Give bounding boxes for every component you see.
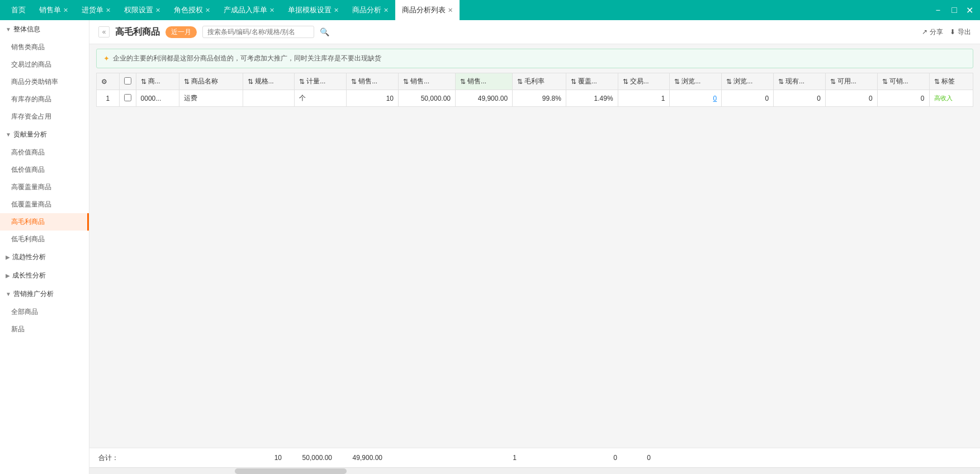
horizontal-scrollbar[interactable] bbox=[89, 467, 980, 474]
sidebar-section-growth[interactable]: ▶ 成长性分析 bbox=[0, 266, 89, 285]
sidebar-item-high-coverage[interactable]: 高覆盖量商品 bbox=[0, 179, 89, 196]
nav-sales[interactable]: 销售单 ✕ bbox=[32, 0, 75, 20]
sidebar: ▼ 整体信息 销售类商品 交易过的商品 商品分类助销率 有库存的商品 库存资金占… bbox=[0, 20, 89, 474]
page-title: 高毛利商品 bbox=[115, 26, 160, 38]
col-views1[interactable]: ⇅ 浏览... bbox=[670, 73, 722, 90]
nav-product-analysis[interactable]: 商品分析 ✕ bbox=[345, 0, 395, 20]
nav-home[interactable]: 首页 bbox=[4, 0, 32, 20]
nav-purchase[interactable]: 进货单 ✕ bbox=[75, 0, 117, 20]
col-unit[interactable]: ⇅ 计量... bbox=[295, 73, 347, 90]
sidebar-item-low-coverage[interactable]: 低覆盖量商品 bbox=[0, 196, 89, 213]
search-icon[interactable]: 🔍 bbox=[320, 27, 329, 36]
nav-product-analysis-list[interactable]: 商品分析列表 ✕ bbox=[395, 0, 460, 20]
share-button[interactable]: ↗ 分享 bbox=[922, 27, 943, 37]
content-header: « 高毛利商品 近一月 🔍 ↗ 分享 ⬇ 导出 bbox=[89, 20, 980, 44]
nav-permissions-close[interactable]: ✕ bbox=[155, 7, 160, 14]
nav-sales-label: 销售单 bbox=[39, 5, 61, 15]
col-gross-margin[interactable]: ⇅ 毛利率 bbox=[513, 73, 566, 90]
col-settings[interactable]: ⚙ bbox=[97, 73, 120, 90]
sidebar-item-traded-goods[interactable]: 交易过的商品 bbox=[0, 56, 89, 73]
data-table: ⚙ ⇅ 商... ⇅ bbox=[96, 73, 973, 107]
footer-sales-cost: 49,900.00 bbox=[337, 453, 387, 463]
search-input[interactable] bbox=[202, 26, 314, 38]
col-spec[interactable]: ⇅ 规格... bbox=[243, 73, 295, 90]
nav-product-analysis-close[interactable]: ✕ bbox=[384, 7, 389, 14]
col-views2-sort: ⇅ bbox=[726, 78, 732, 86]
nav-template-label: 单据模板设置 bbox=[288, 5, 332, 15]
sidebar-item-low-margin[interactable]: 低毛利商品 bbox=[0, 231, 89, 248]
header-actions: ↗ 分享 ⬇ 导出 bbox=[922, 27, 971, 37]
window-minimize[interactable]: － bbox=[931, 4, 945, 16]
nav-purchase-close[interactable]: ✕ bbox=[106, 7, 111, 14]
sidebar-item-in-stock-goods[interactable]: 有库存的商品 bbox=[0, 91, 89, 108]
sidebar-item-new-products[interactable]: 新品 bbox=[0, 321, 89, 338]
col-saleable-stock[interactable]: ⇅ 可销... bbox=[877, 73, 929, 90]
footer-transactions: 1 bbox=[487, 453, 521, 463]
share-label: 分享 bbox=[930, 27, 943, 37]
col-sales-amount-sort: ⇅ bbox=[403, 78, 409, 86]
col-sales-qty[interactable]: ⇅ 销售... bbox=[347, 73, 399, 90]
cell-sales-cost: 49,900.00 bbox=[456, 90, 513, 107]
horizontal-scrollbar-thumb[interactable] bbox=[235, 468, 347, 474]
col-sales-amount[interactable]: ⇅ 销售... bbox=[398, 73, 455, 90]
cell-name: 运费 bbox=[179, 90, 243, 107]
row-checkbox[interactable] bbox=[124, 94, 131, 101]
sidebar-section-trend[interactable]: ▶ 流趋性分析 bbox=[0, 248, 89, 266]
cell-checkbox[interactable] bbox=[119, 90, 136, 107]
window-maximize[interactable]: □ bbox=[949, 5, 959, 15]
export-label: 导出 bbox=[958, 27, 971, 37]
nav-permissions[interactable]: 权限设置 ✕ bbox=[117, 0, 167, 20]
nav-roles[interactable]: 角色授权 ✕ bbox=[167, 0, 217, 20]
col-available-stock-sort: ⇅ bbox=[830, 78, 836, 86]
nav-home-label: 首页 bbox=[11, 5, 26, 15]
cell-spec bbox=[243, 90, 295, 107]
footer-current-stock: 0 bbox=[588, 453, 622, 463]
col-checkbox[interactable] bbox=[119, 73, 136, 90]
cell-saleable-stock: 0 bbox=[877, 90, 929, 107]
footer-sales-amount: 50,000.00 bbox=[286, 453, 337, 463]
sidebar-item-inventory-capital[interactable]: 库存资金占用 bbox=[0, 108, 89, 125]
sidebar-item-category-rate[interactable]: 商品分类助销率 bbox=[0, 73, 89, 91]
col-available-stock[interactable]: ⇅ 可用... bbox=[825, 73, 877, 90]
nav-product-inbound[interactable]: 产成品入库单 ✕ bbox=[217, 0, 281, 20]
sidebar-item-low-value[interactable]: 低价值商品 bbox=[0, 161, 89, 179]
footer-available-stock: 0 bbox=[622, 453, 655, 463]
col-tag[interactable]: ⇅ 标签 bbox=[929, 73, 973, 90]
export-icon: ⬇ bbox=[950, 28, 955, 36]
nav-template-close[interactable]: ✕ bbox=[334, 7, 339, 14]
export-button[interactable]: ⬇ 导出 bbox=[950, 27, 971, 37]
share-icon: ↗ bbox=[922, 28, 927, 36]
cell-transactions: 1 bbox=[618, 90, 670, 107]
col-name[interactable]: ⇅ 商品名称 bbox=[179, 73, 243, 90]
sidebar-item-all-goods[interactable]: 全部商品 bbox=[0, 303, 89, 321]
cell-views1[interactable]: 0 bbox=[670, 90, 722, 107]
col-views1-sort: ⇅ bbox=[674, 78, 680, 86]
cell-unit: 个 bbox=[295, 90, 347, 107]
filter-period-button[interactable]: 近一月 bbox=[165, 26, 197, 38]
sidebar-item-high-margin[interactable]: 高毛利商品 bbox=[0, 213, 89, 231]
col-sales-cost[interactable]: ⇅ 销售... bbox=[456, 73, 513, 90]
col-code[interactable]: ⇅ 商... bbox=[136, 73, 179, 90]
nav-product-analysis-label: 商品分析 bbox=[352, 5, 381, 15]
nav-sales-close[interactable]: ✕ bbox=[63, 7, 68, 14]
col-coverage[interactable]: ⇅ 覆盖... bbox=[566, 73, 618, 90]
footer-bar: 合计： 10 50,000.00 49,900.00 1 0 0 bbox=[89, 448, 980, 467]
nav-roles-close[interactable]: ✕ bbox=[205, 7, 210, 14]
sidebar-section-overview[interactable]: ▼ 整体信息 bbox=[0, 20, 89, 39]
nav-product-inbound-close[interactable]: ✕ bbox=[269, 7, 274, 14]
sidebar-section-growth-arrow: ▶ bbox=[6, 273, 10, 279]
col-transactions[interactable]: ⇅ 交易... bbox=[618, 73, 670, 90]
window-close[interactable]: ✕ bbox=[964, 5, 976, 16]
nav-product-analysis-list-close[interactable]: ✕ bbox=[448, 7, 453, 14]
select-all-checkbox[interactable] bbox=[124, 77, 131, 85]
sidebar-section-marketing[interactable]: ▼ 营销推广分析 bbox=[0, 285, 89, 303]
sidebar-item-sales-goods[interactable]: 销售类商品 bbox=[0, 39, 89, 56]
sidebar-item-high-value[interactable]: 高价值商品 bbox=[0, 144, 89, 161]
col-current-stock[interactable]: ⇅ 现有... bbox=[774, 73, 826, 90]
sidebar-collapse-button[interactable]: « bbox=[98, 26, 110, 37]
col-views2[interactable]: ⇅ 浏览... bbox=[722, 73, 774, 90]
table-row: 1 0000... 运费 bbox=[97, 90, 973, 107]
sidebar-section-contribution[interactable]: ▼ 贡献量分析 bbox=[0, 125, 89, 144]
sidebar-section-overview-arrow: ▼ bbox=[6, 26, 11, 32]
nav-template[interactable]: 单据模板设置 ✕ bbox=[281, 0, 345, 20]
